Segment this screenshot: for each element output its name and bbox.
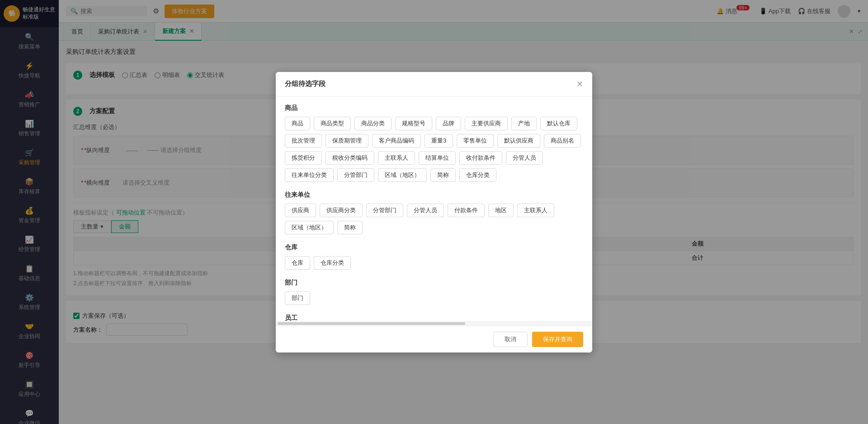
field-chip[interactable]: 品牌: [436, 117, 461, 130]
field-chip[interactable]: 产地: [511, 117, 537, 130]
field-chip[interactable]: 客户商品编码: [372, 134, 421, 148]
modal-footer: 取消 保存并查询: [276, 326, 592, 353]
field-chip[interactable]: 收付款条件: [459, 151, 502, 165]
field-chip[interactable]: 分管人员: [407, 204, 444, 217]
field-chip[interactable]: 往来单位分类: [285, 168, 334, 182]
field-chip[interactable]: 部门: [285, 291, 310, 305]
field-chip[interactable]: 地区: [488, 204, 514, 217]
field-chip[interactable]: 税收分类编码: [326, 151, 374, 165]
modal-save-btn[interactable]: 保存并查询: [532, 332, 583, 347]
field-group-title-warehouse: 仓库: [285, 243, 583, 252]
field-chip[interactable]: 区域（地区）: [285, 221, 334, 234]
field-chip[interactable]: 主联系人: [517, 204, 554, 217]
field-chip[interactable]: 分管人员: [506, 151, 543, 165]
modal-hscroll[interactable]: [276, 321, 592, 325]
modal-hscroll-bar: [278, 322, 465, 325]
field-group-title-staff: 员工: [285, 314, 583, 322]
field-group-staff: 员工业务员: [285, 314, 583, 322]
field-group-title-product: 商品: [285, 104, 583, 112]
modal-cancel-btn[interactable]: 取消: [493, 332, 528, 347]
field-chips-department: 部门: [285, 291, 583, 305]
field-group-product: 商品商品商品类型商品分类规格型号品牌主要供应商产地默认仓库批次管理保质期管理客户…: [285, 104, 583, 182]
field-chips-product: 商品商品类型商品分类规格型号品牌主要供应商产地默认仓库批次管理保质期管理客户商品…: [285, 117, 583, 182]
field-chip[interactable]: 商品类型: [314, 117, 351, 130]
field-chip[interactable]: 分管部门: [337, 168, 374, 182]
field-chips-partner: 供应商供应商分类分管部门分管人员付款条件地区主联系人区域（地区）简称: [285, 204, 583, 234]
field-chip[interactable]: 供应商分类: [320, 204, 363, 217]
field-chip[interactable]: 主要供应商: [465, 117, 508, 130]
field-chip[interactable]: 批次管理: [285, 134, 322, 148]
field-chip[interactable]: 保质期管理: [326, 134, 368, 148]
modal: 分组待选字段 ✕ 商品商品商品类型商品分类规格型号品牌主要供应商产地默认仓库批次…: [276, 72, 592, 353]
field-chip[interactable]: 区域（地区）: [378, 168, 427, 182]
field-chip[interactable]: 仓库分类: [314, 256, 351, 270]
field-chips-warehouse: 仓库仓库分类: [285, 256, 583, 270]
field-chip[interactable]: 简称: [430, 168, 456, 182]
field-group-partner: 往来单位供应商供应商分类分管部门分管人员付款条件地区主联系人区域（地区）简称: [285, 191, 583, 234]
field-group-title-partner: 往来单位: [285, 191, 583, 199]
modal-close-btn[interactable]: ✕: [576, 79, 583, 89]
field-chip[interactable]: 仓库分类: [459, 168, 496, 182]
modal-header: 分组待选字段 ✕: [276, 72, 592, 97]
field-group-warehouse: 仓库仓库仓库分类: [285, 243, 583, 270]
field-chip[interactable]: 商品别名: [544, 134, 581, 148]
field-chip[interactable]: 默认供应商: [497, 134, 540, 148]
field-chip[interactable]: 主联系人: [378, 151, 415, 165]
modal-overlay: 分组待选字段 ✕ 商品商品商品类型商品分类规格型号品牌主要供应商产地默认仓库批次…: [0, 0, 868, 424]
field-chip[interactable]: 供应商: [285, 204, 316, 217]
field-chip[interactable]: 拣货积分: [285, 151, 322, 165]
field-chip[interactable]: 结算单位: [419, 151, 456, 165]
field-chip[interactable]: 商品分类: [354, 117, 392, 130]
field-chip[interactable]: 规格型号: [395, 117, 432, 130]
field-group-department: 部门部门: [285, 279, 583, 305]
modal-title: 分组待选字段: [285, 80, 326, 88]
field-chip[interactable]: 重量3: [425, 134, 453, 148]
field-chip[interactable]: 零售单位: [457, 134, 494, 148]
field-chip[interactable]: 仓库: [285, 256, 310, 270]
field-chip[interactable]: 分管部门: [366, 204, 403, 217]
modal-body: 商品商品商品类型商品分类规格型号品牌主要供应商产地默认仓库批次管理保质期管理客户…: [276, 97, 592, 322]
field-chip[interactable]: 默认仓库: [540, 117, 577, 130]
field-group-title-department: 部门: [285, 279, 583, 287]
field-chip[interactable]: 商品: [285, 117, 310, 130]
field-chip[interactable]: 简称: [337, 221, 363, 234]
field-chip[interactable]: 付款条件: [448, 204, 485, 217]
